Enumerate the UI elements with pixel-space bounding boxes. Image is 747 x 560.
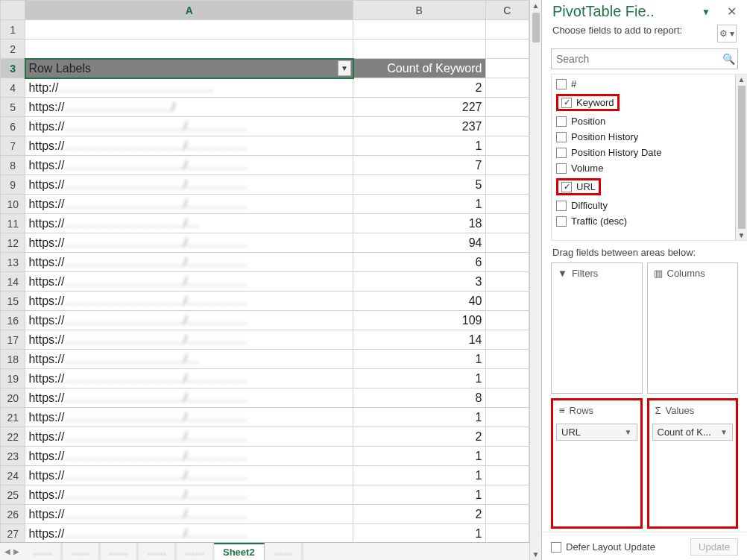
cell[interactable]: 94 [353,233,486,253]
cell[interactable] [485,524,529,543]
tab-scroll-buttons[interactable]: ◀ ▶ [0,543,24,560]
row-header[interactable]: 17 [1,330,25,350]
cell[interactable]: 8 [353,388,486,408]
cell[interactable] [485,98,529,117]
cell[interactable]: 1 [353,485,486,505]
row-header[interactable]: 7 [1,136,25,156]
cell[interactable]: https://…………………………/…………… [25,233,353,253]
row-header[interactable]: 22 [1,427,25,447]
cell[interactable]: https://…………………………/…………… [25,292,353,311]
row-header[interactable]: 11 [1,214,25,233]
close-icon[interactable]: ✕ [724,3,740,20]
cell[interactable]: 1 [353,466,486,485]
cell[interactable] [485,485,529,505]
cell[interactable] [485,350,529,369]
cell[interactable]: https://…………………………/…………… [25,447,353,466]
cell[interactable] [485,59,529,78]
cell[interactable]: 40 [353,292,486,311]
row-header[interactable]: 13 [1,253,25,272]
cell[interactable]: https://…………………………/…………… [25,427,353,447]
cell[interactable] [485,311,529,330]
checkbox[interactable] [556,79,567,89]
sheet-tab[interactable]: …… [100,543,138,560]
sheet-tab[interactable]: …… [138,543,176,560]
cell[interactable]: 14 [353,330,486,350]
cell[interactable]: https://…………………………/…………… [25,175,353,195]
cell[interactable] [485,233,529,253]
cell[interactable]: https://…………………………/…………… [25,117,353,136]
sheet-tab[interactable]: …… [62,543,100,560]
cell[interactable] [485,505,529,524]
cell[interactable] [485,175,529,195]
row-header[interactable]: 5 [1,98,25,117]
cell[interactable]: https://…………………………/… [25,350,353,369]
checkbox[interactable] [556,216,567,227]
checkbox[interactable] [556,116,567,127]
cell[interactable] [485,253,529,272]
cell[interactable] [485,408,529,427]
row-header[interactable]: 15 [1,292,25,311]
field-position-history-date[interactable]: Position History Date [552,145,735,160]
row-header[interactable]: 27 [1,524,25,543]
cell[interactable] [485,195,529,214]
row-header[interactable]: 23 [1,447,25,466]
cell[interactable]: 1 [353,447,486,466]
field-list-scrollbar[interactable]: ▲ ▼ [735,75,747,240]
scroll-thumb[interactable] [532,13,540,43]
cell[interactable]: https://…………………………/…………… [25,408,353,427]
values-pill-count-keyword[interactable]: Count of K...▼ [652,424,734,441]
field-keyword[interactable]: Keyword [552,92,735,113]
search-input[interactable] [552,53,719,65]
area-values[interactable]: ΣValues Count of K...▼ [647,398,739,529]
row-header[interactable]: 3 [1,59,25,78]
row-header[interactable]: 12 [1,233,25,253]
cell[interactable] [485,40,529,59]
row-header[interactable]: 25 [1,485,25,505]
cell[interactable]: https://…………………………/…………… [25,388,353,408]
field-search[interactable]: 🔍 [551,48,738,69]
cell[interactable]: Count of Keyword [353,59,486,78]
cell[interactable]: https://…………………………/…………… [25,136,353,156]
sheet-tab-active[interactable]: Sheet2 [214,543,265,560]
area-filters[interactable]: ▼Filters [551,262,643,394]
pane-title-dropdown-icon[interactable]: ▼ [702,7,710,17]
cell[interactable] [485,388,529,408]
checkbox[interactable] [556,201,567,211]
checkbox[interactable] [561,98,572,108]
row-header[interactable]: 18 [1,350,25,369]
field-volume[interactable]: Volume [552,160,735,176]
cell[interactable]: 7 [353,156,486,175]
checkbox[interactable] [556,132,567,142]
row-header[interactable]: 10 [1,195,25,214]
cell[interactable] [485,136,529,156]
row-header[interactable]: 21 [1,408,25,427]
cell[interactable]: https://…………………………/…………… [25,369,353,388]
cell[interactable]: https://…………………………/…………… [25,195,353,214]
row-header[interactable]: 16 [1,311,25,330]
select-all-corner[interactable] [1,1,25,20]
cell[interactable]: 6 [353,253,486,272]
field-difficulty[interactable]: Difficulty [552,198,735,213]
gear-icon[interactable]: ⚙ ▾ [717,25,737,43]
cell[interactable] [485,78,529,98]
row-header[interactable]: 2 [1,40,25,59]
row-header[interactable]: 26 [1,505,25,524]
cell[interactable]: Row Labels▼ [25,59,353,78]
cell[interactable]: https://…………………………/…………… [25,466,353,485]
row-header[interactable]: 9 [1,175,25,195]
cell[interactable]: 1 [353,524,486,543]
cell[interactable]: 1 [353,350,486,369]
col-header-B[interactable]: B [353,1,486,20]
cell[interactable] [25,40,353,59]
cell[interactable]: https://…………………………/…………… [25,505,353,524]
checkbox[interactable] [556,163,567,174]
cell[interactable]: 5 [353,175,486,195]
cell[interactable] [25,20,353,40]
rows-pill-url[interactable]: URL▼ [556,424,637,441]
cell[interactable]: https://…………………………/…………… [25,311,353,330]
sheet-tab[interactable]: …… [265,543,303,560]
cell[interactable] [485,214,529,233]
cell[interactable]: https://…………………………/… [25,214,353,233]
cell[interactable]: 1 [353,136,486,156]
cell[interactable] [485,20,529,40]
